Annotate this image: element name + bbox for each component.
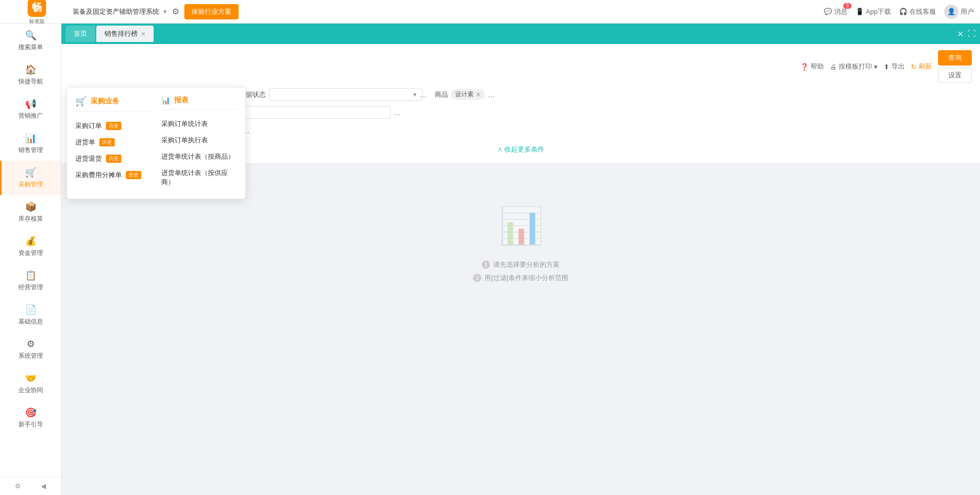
- tab-home-label: 首页: [74, 29, 87, 38]
- purchase-menu-left-title: 🛒 采购业务: [75, 96, 151, 112]
- phone-icon: 📱: [856, 8, 864, 15]
- sidebar-label-enterprise: 企业协同: [18, 386, 43, 395]
- sidebar-label-quick-nav: 快捷导航: [18, 77, 43, 86]
- status-more[interactable]: ...: [420, 90, 427, 99]
- empty-illustration: 📊: [490, 205, 551, 256]
- sidebar-item-enterprise[interactable]: 🤝 企业协同: [0, 367, 61, 401]
- print-dropdown-icon[interactable]: ▾: [874, 63, 878, 71]
- refresh-icon: ↻: [911, 63, 917, 71]
- refresh-btn[interactable]: ↻ 刷新: [911, 62, 932, 71]
- inventory-icon: 📦: [25, 201, 36, 212]
- message-icon: 💬: [824, 8, 832, 15]
- purchase-menu-left: 🛒 采购业务 采购订单 历史 进货单 历史 进货退货 历史 采购费用分摊单 历史: [75, 96, 151, 190]
- sidebar-label-sales: 销售管理: [18, 146, 43, 155]
- sidebar-item-basic[interactable]: 📄 基础信息: [0, 298, 61, 332]
- sidebar-item-inventory[interactable]: 📦 库存核算: [0, 195, 61, 229]
- sidebar-item-guide[interactable]: 🎯 新手引导: [0, 401, 61, 435]
- hist-badge-1: 历史: [99, 138, 115, 146]
- operations-icon: 📋: [25, 270, 36, 281]
- menu-item-report-order-stat[interactable]: 采购订单统计表: [161, 116, 237, 132]
- print-icon: 🖨: [830, 63, 837, 71]
- active-indicator: [0, 161, 2, 195]
- headset-icon: 🎧: [899, 8, 907, 15]
- export-btn[interactable]: ⬆ 导出: [884, 62, 905, 71]
- sidebar-bottom: ⚙ ◀: [0, 477, 61, 495]
- settings-btn[interactable]: 设置: [938, 68, 972, 83]
- home-icon: 🏠: [25, 64, 36, 75]
- tab-close-all[interactable]: ✕: [957, 29, 964, 39]
- sidebar-label-system: 系统管理: [18, 352, 43, 360]
- sidebar-item-sales[interactable]: 📊 销售管理: [0, 126, 61, 161]
- message-badge: 9: [843, 3, 851, 9]
- sidebar-label-marketing: 营销推广: [18, 112, 43, 120]
- sidebar-label-purchase: 采购管理: [18, 180, 43, 189]
- tab-sales-rank-close[interactable]: ✕: [141, 31, 145, 37]
- sidebar-item-finance[interactable]: 💰 资金管理: [0, 229, 61, 264]
- system-icon: ⚙: [27, 338, 35, 350]
- system-title: 装备及固定资产辅助管理系统: [73, 7, 159, 16]
- menu-item-report-order-exec[interactable]: 采购订单执行表: [161, 132, 237, 148]
- menu-item-report-goods-by-product[interactable]: 进货单统计表（按商品）: [161, 148, 237, 165]
- purchase-menu-right: 📊 报表 采购订单统计表 采购订单执行表 进货单统计表（按商品） 进货单统计表（…: [161, 96, 237, 190]
- status-dropdown[interactable]: ▾: [413, 91, 417, 98]
- industry-btn[interactable]: 体验行业方案: [184, 4, 239, 19]
- help-icon: ❓: [800, 63, 808, 71]
- sidebar-label-guide: 新手引导: [18, 420, 43, 429]
- purchase-icon: 🛒: [25, 167, 36, 178]
- print-btn[interactable]: 🖨 按模板打印 ▾: [830, 62, 878, 71]
- sidebar-item-quick-nav[interactable]: 🏠 快捷导航: [0, 58, 61, 92]
- app-download-btn[interactable]: 📱 App下载: [856, 7, 891, 16]
- sidebar-item-purchase[interactable]: 🛒 采购管理: [0, 161, 61, 195]
- goods-more[interactable]: ...: [488, 90, 495, 99]
- menu-item-purchase-order[interactable]: 采购订单 历史: [75, 118, 151, 134]
- sidebar-settings-icon[interactable]: ⚙: [15, 482, 21, 490]
- purchase-menu-icon: 🛒: [75, 96, 87, 107]
- export-icon: ⬆: [884, 63, 889, 71]
- tab-bar-right: ✕ ⛶: [957, 29, 976, 39]
- empty-hint-1: 1 请先选择要分析的方案: [482, 260, 560, 269]
- sidebar-label-basic: 基础信息: [18, 317, 43, 326]
- sidebar-label-search: 搜索菜单: [18, 43, 43, 52]
- filter-toolbar: ❓ 帮助 🖨 按模板打印 ▾ ⬆ 导出 ↻ 刷新: [70, 50, 972, 83]
- menu-item-goods-receipt[interactable]: 进货单 历史: [75, 134, 151, 150]
- goods-tag: 设计素 ✕: [451, 89, 485, 100]
- sidebar-item-operations[interactable]: 📋 经营管理: [0, 264, 61, 298]
- help-btn[interactable]: ❓ 帮助: [800, 62, 824, 71]
- tab-sales-rank[interactable]: 销售排行榜 ✕: [96, 26, 154, 42]
- sidebar-item-marketing[interactable]: 📢 营销推广: [0, 92, 61, 126]
- query-btn[interactable]: 查询: [938, 50, 972, 66]
- search-icon: 🔍: [25, 30, 36, 41]
- salesperson-more[interactable]: ...: [394, 108, 400, 117]
- goods-filter: 商品 设计素 ✕ ...: [435, 89, 495, 100]
- salesperson-input[interactable]: [237, 106, 391, 119]
- tab-expand[interactable]: ⛶: [968, 29, 976, 38]
- sales-icon: 📊: [25, 133, 36, 144]
- system-gear-icon[interactable]: ⚙: [172, 7, 179, 16]
- menu-item-report-goods-by-supplier[interactable]: 进货单统计表（按供应商）: [161, 165, 237, 190]
- tab-bar: 首页 销售排行榜 ✕ ✕ ⛶: [61, 24, 980, 44]
- user-menu-btn[interactable]: 👤 用户: [944, 5, 974, 19]
- goods-tag-close[interactable]: ✕: [476, 91, 481, 98]
- tab-home[interactable]: 首页: [66, 26, 95, 42]
- hist-badge-2: 历史: [106, 155, 121, 163]
- online-service-btn[interactable]: 🎧 在线客服: [899, 7, 936, 16]
- sidebar: 🔍 搜索菜单 🏠 快捷导航 📢 营销推广 📊 销售管理 🛒 采购管理 📦 库存核…: [0, 24, 61, 495]
- purchase-dropdown-menu: 🛒 采购业务 采购订单 历史 进货单 历史 进货退货 历史 采购费用分摊单 历史…: [67, 87, 246, 199]
- logo-icon: 畅: [28, 0, 46, 17]
- hist-badge-3: 历史: [126, 171, 141, 179]
- sidebar-collapse-icon[interactable]: ◀: [41, 482, 46, 490]
- system-title-dropdown[interactable]: ▾: [163, 8, 167, 15]
- menu-item-purchase-cost[interactable]: 采购费用分摊单 历史: [75, 167, 151, 183]
- finance-icon: 💰: [25, 235, 36, 247]
- top-header: 畅 标准版 装备及固定资产辅助管理系统 ▾ ⚙ 体验行业方案 💬 消息 9 📱 …: [0, 0, 980, 24]
- sidebar-label-operations: 经营管理: [18, 283, 43, 292]
- sidebar-item-search[interactable]: 🔍 搜索菜单: [0, 24, 61, 58]
- enterprise-icon: 🤝: [25, 373, 36, 384]
- sidebar-item-system[interactable]: ⚙ 系统管理: [0, 332, 61, 367]
- purchase-menu-right-title: 📊 报表: [161, 96, 237, 110]
- message-btn[interactable]: 💬 消息 9: [824, 7, 847, 16]
- goods-label: 商品: [435, 90, 448, 99]
- menu-item-goods-return[interactable]: 进货退货 历史: [75, 150, 151, 167]
- system-title-area: 装备及固定资产辅助管理系统 ▾ ⚙ 体验行业方案: [68, 4, 824, 19]
- status-input[interactable]: [269, 88, 422, 101]
